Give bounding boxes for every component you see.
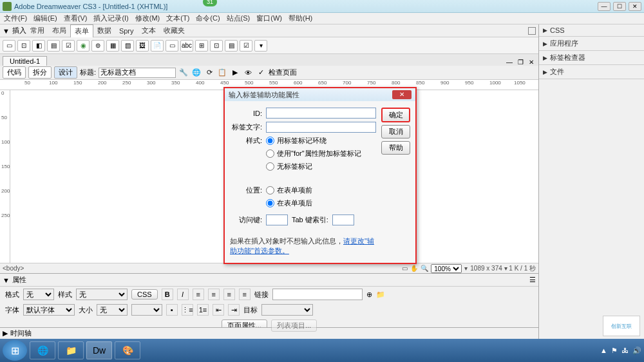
check-page-icon[interactable]: ✓ <box>256 68 266 78</box>
properties-collapse-icon[interactable]: ▼ <box>3 276 10 284</box>
align-right-icon[interactable]: ≡ <box>223 289 235 300</box>
hand-tool-icon[interactable]: ✋ <box>410 265 418 272</box>
tray-flag-icon[interactable]: ⚑ <box>611 347 618 355</box>
style-select[interactable]: 无 <box>76 289 128 300</box>
tag-selector[interactable]: <body> <box>3 265 24 272</box>
radio-group-icon[interactable]: ⊚ <box>91 40 104 52</box>
view-split-button[interactable]: 拆分 <box>28 66 52 79</box>
view-design-button[interactable]: 设计 <box>54 66 77 79</box>
radio-icon[interactable]: ◉ <box>77 40 90 52</box>
align-justify-icon[interactable]: ≡ <box>239 289 251 300</box>
jump-menu-icon[interactable]: ▧ <box>121 40 134 52</box>
insert-tab-common[interactable]: 常用 <box>26 24 48 37</box>
insert-tab-text[interactable]: 文本 <box>138 24 160 37</box>
form-icon[interactable]: ▭ <box>3 40 15 52</box>
file-management-icon[interactable]: 📋 <box>217 68 227 78</box>
dialog-titlebar[interactable]: 输入标签辅助功能属性 ✕ <box>225 88 415 101</box>
task-explorer-icon[interactable]: 📁 <box>58 341 84 359</box>
file-field-icon[interactable]: 📄 <box>151 40 164 52</box>
menu-insert[interactable]: 插入记录(I) <box>93 14 128 23</box>
ul-icon[interactable]: ⋮≡ <box>182 304 193 316</box>
menu-text[interactable]: 文本(T) <box>166 14 189 23</box>
css-button[interactable]: CSS <box>131 289 158 300</box>
menu-help[interactable]: 帮助(H) <box>289 14 312 23</box>
dimensions-readout[interactable]: 1089 x 374 ▾ 1 K / 1 秒 <box>470 264 536 273</box>
panel-application[interactable]: ▶应用程序 <box>539 37 644 51</box>
style-radio-for[interactable] <box>266 149 274 158</box>
target-select[interactable] <box>261 304 313 316</box>
view-code-button[interactable]: 代码 <box>3 66 26 79</box>
document-tab[interactable]: Untitled-1 <box>3 56 47 66</box>
menu-window[interactable]: 窗口(W) <box>256 14 282 23</box>
hidden-field-icon[interactable]: ◧ <box>32 40 45 52</box>
maximize-button[interactable]: ☐ <box>613 2 626 11</box>
insert-tab-spry[interactable]: Spry <box>115 26 138 36</box>
task-paint-icon[interactable]: 🎨 <box>115 341 140 359</box>
id-input[interactable] <box>266 108 376 119</box>
link-point-icon[interactable]: ⊕ <box>366 291 372 299</box>
panel-css[interactable]: ▶CSS <box>539 24 644 37</box>
spry-text-icon[interactable]: ⊡ <box>210 40 223 52</box>
zoom-tool-icon[interactable]: 🔍 <box>421 265 428 272</box>
insert-tab-forms[interactable]: 表单 <box>70 24 93 37</box>
properties-menu-icon[interactable]: ☰ <box>529 276 536 284</box>
access-key-input[interactable] <box>266 214 288 225</box>
bold-button[interactable]: B <box>162 289 173 300</box>
validate-icon[interactable]: 🔧 <box>178 68 189 78</box>
spry-checkbox-icon[interactable]: ☑ <box>240 40 252 52</box>
textarea-icon[interactable]: ▤ <box>47 40 60 52</box>
visual-aids-icon[interactable]: 👁 <box>243 68 253 78</box>
format-select[interactable]: 无 <box>23 289 54 300</box>
insert-tab-favorites[interactable]: 收藏夹 <box>160 24 189 37</box>
doc-minimize-icon[interactable]: — <box>504 59 515 66</box>
task-dreamweaver-icon[interactable]: Dw <box>86 341 112 359</box>
size-unit-select[interactable] <box>131 304 162 316</box>
insert-bar-arrow-icon[interactable]: ▼ <box>3 27 10 35</box>
panel-tag-inspector[interactable]: ▶标签检查器 <box>539 51 644 65</box>
tray-network-icon[interactable]: 🖧 <box>621 347 629 354</box>
notification-bubble[interactable]: 31 <box>203 0 217 6</box>
tray-volume-icon[interactable]: 🔊 <box>632 347 641 355</box>
select-tool-icon[interactable]: ▭ <box>402 265 408 272</box>
check-page-label[interactable]: 检查页面 <box>269 68 297 77</box>
ok-button[interactable]: 确定 <box>381 108 410 122</box>
task-ie-icon[interactable]: 🌐 <box>30 341 55 359</box>
timeline-expand-icon[interactable]: ▶ <box>3 329 8 338</box>
style-radio-none[interactable] <box>266 162 274 171</box>
button-icon[interactable]: ▭ <box>166 40 178 52</box>
minimize-button[interactable]: — <box>598 2 611 11</box>
link-input[interactable] <box>272 289 363 300</box>
list-menu-icon[interactable]: ▦ <box>106 40 119 52</box>
help-button[interactable]: 帮助 <box>381 141 410 155</box>
menu-commands[interactable]: 命令(C) <box>196 14 220 23</box>
font-select[interactable]: 默认字体 <box>23 304 75 316</box>
position-radio-before[interactable] <box>266 186 274 195</box>
align-center-icon[interactable]: ≡ <box>208 289 220 300</box>
position-radio-after[interactable] <box>266 199 274 207</box>
italic-button[interactable]: I <box>177 289 189 300</box>
outdent-icon[interactable]: ⇤ <box>213 304 224 316</box>
tab-index-input[interactable] <box>332 214 354 225</box>
style-radio-wrap[interactable] <box>266 137 274 145</box>
preview-icon[interactable]: ▶ <box>230 68 240 78</box>
spry-select-icon[interactable]: ▾ <box>254 40 267 52</box>
menu-file[interactable]: 文件(F) <box>4 14 27 23</box>
link-browse-icon[interactable]: 📁 <box>376 291 385 299</box>
textfield-icon[interactable]: ⊡ <box>17 40 30 52</box>
doc-close-icon[interactable]: ✕ <box>527 59 536 66</box>
spry-textarea-icon[interactable]: ▤ <box>225 40 238 52</box>
start-button[interactable]: ⊞ <box>3 340 27 361</box>
color-swatch[interactable]: ▪ <box>166 304 178 316</box>
menu-site[interactable]: 站点(S) <box>227 14 251 23</box>
indent-icon[interactable]: ⇥ <box>228 304 240 316</box>
panel-files[interactable]: ▶文件 <box>539 65 644 79</box>
menu-view[interactable]: 查看(V) <box>64 14 88 23</box>
dialog-close-button[interactable]: ✕ <box>392 90 412 99</box>
menu-edit[interactable]: 编辑(E) <box>33 14 57 23</box>
insert-tab-data[interactable]: 数据 <box>93 24 115 37</box>
image-field-icon[interactable]: 🖼 <box>136 40 149 52</box>
align-left-icon[interactable]: ≡ <box>193 289 204 300</box>
title-input[interactable] <box>99 68 176 78</box>
refresh-icon[interactable]: ⟳ <box>204 68 214 78</box>
close-button[interactable]: ✕ <box>629 2 641 11</box>
